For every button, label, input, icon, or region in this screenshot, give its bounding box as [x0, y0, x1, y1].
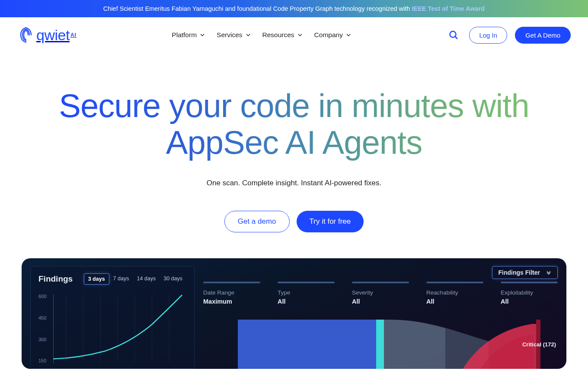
nav-platform[interactable]: Platform — [172, 31, 205, 39]
date-range-tabs: 3 days 7 days 14 days 30 days — [84, 273, 186, 285]
sankey-svg — [203, 320, 558, 369]
header-actions: Log In Get A Demo — [446, 27, 571, 44]
dashboard-preview-container: Findings 3 days 7 days 14 days 30 days 6… — [0, 258, 588, 369]
findings-title: Findings — [38, 274, 73, 284]
range-tab-3days[interactable]: 3 days — [84, 273, 109, 285]
chart-y-axis: 600 450 300 150 — [38, 294, 46, 363]
filter-label: Severity — [352, 289, 409, 296]
filter-value: All — [426, 298, 483, 305]
filter-bar-indicator — [352, 282, 409, 283]
filter-label: Exploitability — [501, 289, 558, 296]
chevron-down-icon — [200, 33, 205, 37]
hero-title: Secure your code in minutes with AppSec … — [52, 87, 536, 161]
logo[interactable]: qwiet AI — [17, 25, 77, 45]
filter-type[interactable]: Type All — [278, 282, 335, 305]
svg-point-0 — [450, 32, 456, 38]
filters-area: Findings Filter Date Range Maximum Type … — [203, 266, 558, 369]
filter-exploitability[interactable]: Exploitability All — [501, 282, 558, 305]
svg-line-1 — [455, 37, 457, 39]
filter-bar-indicator — [203, 282, 260, 283]
nav-services[interactable]: Services — [217, 31, 250, 39]
dashboard-preview: Findings 3 days 7 days 14 days 30 days 6… — [22, 258, 566, 369]
filter-value: All — [278, 298, 335, 305]
main-nav: Platform Services Resources Company — [172, 31, 351, 39]
hero-section: Secure your code in minutes with AppSec … — [0, 53, 588, 258]
hero-cta-group: Get a demo Try it for free — [17, 211, 571, 232]
login-button[interactable]: Log In — [469, 27, 507, 44]
range-tab-30days[interactable]: 30 days — [160, 273, 186, 285]
logo-ai-suffix: AI — [70, 32, 77, 38]
nav-label: Services — [217, 31, 242, 39]
logo-text: qwiet — [36, 27, 70, 44]
filter-bar-indicator — [278, 282, 335, 283]
filter-label: Reachability — [426, 289, 483, 296]
findings-chart: 600 450 300 150 — [38, 294, 186, 363]
nav-label: Platform — [172, 31, 197, 39]
filter-label: Date Range — [203, 289, 260, 296]
filter-value: Maximum — [203, 298, 260, 305]
sankey-chart: Critical (172) — [203, 320, 558, 369]
chevron-down-icon — [546, 270, 551, 275]
announcement-bar: Chief Scientist Emeritus Fabian Yamaguch… — [0, 0, 588, 17]
y-tick: 450 — [38, 316, 46, 320]
site-header: qwiet AI Platform Services Resources Com… — [0, 17, 588, 53]
hero-try-free-button[interactable]: Try it for free — [297, 211, 364, 232]
filter-date-range[interactable]: Date Range Maximum — [203, 282, 260, 305]
chevron-down-icon — [298, 33, 302, 37]
nav-resources[interactable]: Resources — [262, 31, 302, 39]
filter-row: Date Range Maximum Type All Severity All — [203, 282, 558, 305]
announcement-link[interactable]: IEEE Test of Time Award — [412, 5, 485, 12]
get-demo-button[interactable]: Get A Demo — [515, 27, 571, 44]
findings-line-chart — [53, 294, 186, 363]
chevron-down-icon — [346, 33, 351, 37]
filter-bar-indicator — [426, 282, 483, 283]
filter-bar-indicator — [501, 282, 558, 283]
filter-value: All — [352, 298, 409, 305]
hero-get-demo-button[interactable]: Get a demo — [224, 211, 290, 232]
findings-filter-button[interactable]: Findings Filter — [492, 266, 558, 279]
nav-company[interactable]: Company — [314, 31, 351, 39]
y-tick: 150 — [38, 358, 46, 363]
y-tick: 300 — [38, 337, 46, 342]
filter-value: All — [501, 298, 558, 305]
nav-label: Company — [314, 31, 343, 39]
announcement-text: Chief Scientist Emeritus Fabian Yamaguch… — [103, 5, 412, 12]
findings-filter-label: Findings Filter — [499, 269, 540, 276]
filter-reachability[interactable]: Reachability All — [426, 282, 483, 305]
search-button[interactable] — [446, 27, 461, 43]
chevron-down-icon — [246, 33, 250, 37]
y-tick: 600 — [38, 294, 46, 299]
svg-rect-10 — [376, 320, 384, 369]
nav-label: Resources — [262, 31, 294, 39]
filter-label: Type — [278, 289, 335, 296]
hero-subtitle: One scan. Complete insight. Instant AI-p… — [17, 179, 571, 187]
sankey-critical-label: Critical (172) — [522, 341, 556, 348]
findings-panel: Findings 3 days 7 days 14 days 30 days 6… — [30, 266, 195, 369]
filter-severity[interactable]: Severity All — [352, 282, 409, 305]
range-tab-14days[interactable]: 14 days — [133, 273, 160, 285]
range-tab-7days[interactable]: 7 days — [109, 273, 133, 285]
logo-swirl-icon — [17, 25, 35, 45]
search-icon — [448, 30, 459, 40]
